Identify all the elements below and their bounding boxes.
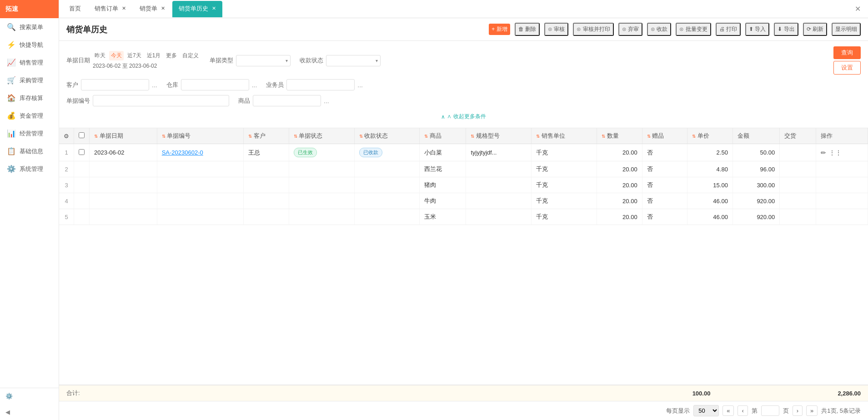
- sidebar-item-inventory-calc[interactable]: 🏠 库存核算: [0, 89, 59, 107]
- sidebar-item-quick-nav[interactable]: ⚡ 快捷导航: [0, 36, 59, 54]
- sidebar-bottom-settings[interactable]: ⚙️: [0, 388, 59, 404]
- col-collect-status[interactable]: ⇅ 收款状态: [354, 128, 420, 144]
- transaction-cell: [780, 193, 816, 209]
- warehouse-dots[interactable]: ...: [252, 81, 257, 89]
- sort-icon-qty: ⇅: [602, 134, 605, 139]
- tab-history-close[interactable]: ✕: [212, 5, 216, 11]
- query-button[interactable]: 查询: [833, 46, 861, 59]
- col-doc-status[interactable]: ⇅ 单据状态: [289, 128, 354, 144]
- col-goods[interactable]: ⇅ 商品: [420, 128, 466, 144]
- prev-page-btn[interactable]: ‹: [738, 405, 748, 416]
- per-page-select[interactable]: 50 100: [693, 405, 719, 416]
- customer-dots[interactable]: ...: [152, 81, 157, 89]
- sidebar-item-system-mgmt[interactable]: ⚙️ 系统管理: [0, 160, 59, 178]
- tab-sales-delivery-history[interactable]: 销货单历史 ✕: [172, 1, 222, 17]
- collect-status-select[interactable]: [326, 55, 381, 66]
- collect-status-cell: [354, 209, 420, 225]
- batch-change-button[interactable]: ⊙ 批量变更: [676, 23, 711, 36]
- amount-cell: 920.00: [733, 209, 779, 225]
- doc-num-link[interactable]: SA-20230602-0: [162, 149, 203, 156]
- qty-cell: 20.00: [597, 161, 642, 177]
- date-today[interactable]: 今天: [109, 51, 124, 60]
- next-page-btn[interactable]: ›: [793, 405, 803, 416]
- last-page-btn[interactable]: »: [806, 405, 818, 416]
- per-page-label: 每页显示: [666, 407, 690, 415]
- sidebar-item-basic-info[interactable]: 📋 基础信息: [0, 142, 59, 160]
- col-qty[interactable]: ⇅ 数量: [597, 128, 642, 144]
- import-button[interactable]: ⬆ 导入: [745, 23, 769, 36]
- transaction-cell: [780, 144, 816, 161]
- doc-type-select[interactable]: [236, 55, 291, 66]
- set-button[interactable]: 设置: [833, 61, 861, 75]
- date-1month[interactable]: 近1月: [145, 51, 163, 60]
- audit-print-button[interactable]: ⊙ 审核并打印: [573, 23, 613, 36]
- tab-sales-order[interactable]: 销售订单 ✕: [88, 1, 132, 17]
- goods-input[interactable]: [253, 95, 321, 106]
- date-yesterday[interactable]: 昨天: [93, 51, 107, 60]
- sidebar-item-purchase-mgmt[interactable]: 🛒 采购管理: [0, 71, 59, 89]
- print-button[interactable]: 🖨 打印: [716, 23, 741, 36]
- row-checkbox-cell: [74, 177, 90, 193]
- filter-collapse-btn[interactable]: ∧ ∧ 收起更多条件: [66, 111, 861, 122]
- customer-cell: 王总: [244, 144, 289, 161]
- sales-unit-cell: 千克: [532, 161, 597, 177]
- staff-dots[interactable]: ...: [357, 81, 363, 89]
- filter-doc-num-item: 单据编号: [66, 95, 229, 106]
- date-custom[interactable]: 自定义: [181, 51, 201, 60]
- table-row: 1 2023-06-02 SA-20230602-0 王总 已生效 已收款 小白…: [59, 144, 868, 161]
- new-button[interactable]: + 新增: [489, 24, 510, 35]
- edit-icon[interactable]: ✏: [821, 149, 826, 156]
- delete-button[interactable]: 🗑 删除: [515, 23, 540, 36]
- collect-status-cell: [354, 161, 420, 177]
- more-icon[interactable]: ⋮⋮: [829, 149, 842, 156]
- select-all-checkbox[interactable]: [79, 132, 85, 138]
- action-cell: [816, 177, 868, 193]
- window-close-btn[interactable]: ✕: [851, 3, 864, 15]
- tab-sales-order-close[interactable]: ✕: [122, 5, 126, 11]
- goods-dots[interactable]: ...: [324, 97, 329, 105]
- show-detail-button[interactable]: 显示明细: [832, 23, 861, 36]
- amount-cell: 920.00: [733, 193, 779, 209]
- sidebar-bottom: ⚙️ ◀: [0, 388, 59, 420]
- page-input[interactable]: 1: [761, 405, 779, 416]
- col-unit-price[interactable]: ⇅ 单价: [687, 128, 733, 144]
- audit-button[interactable]: ⊙ 审核: [544, 23, 568, 36]
- customer-label: 客户: [66, 81, 78, 89]
- customer-cell: [244, 209, 289, 225]
- sidebar-item-search-menu[interactable]: 🔍 搜索菜单: [0, 18, 59, 36]
- customer-input[interactable]: [81, 79, 149, 90]
- collect-button[interactable]: ⊙ 收款: [647, 23, 671, 36]
- collapse-icon: ∧: [441, 114, 445, 120]
- warehouse-input[interactable]: [181, 79, 249, 90]
- gift-cell: 否: [642, 209, 687, 225]
- col-spec-type[interactable]: ⇅ 规格型号: [466, 128, 532, 144]
- col-settings[interactable]: ⚙: [59, 128, 74, 144]
- date-7days[interactable]: 近7天: [125, 51, 143, 60]
- tab-sales-delivery-close[interactable]: ✕: [161, 5, 165, 11]
- col-sales-unit[interactable]: ⇅ 销售单位: [532, 128, 597, 144]
- customer-cell: [244, 193, 289, 209]
- filter-date-item: 单据日期 昨天 今天 近7天 近1月 更多 自定义 2023-06-02 至 2…: [66, 51, 201, 70]
- first-page-btn[interactable]: «: [722, 405, 734, 416]
- row-checkbox[interactable]: [79, 149, 85, 155]
- abandon-button[interactable]: ⊙ 弃审: [618, 23, 642, 36]
- doc-num-input[interactable]: [93, 95, 229, 106]
- sidebar-item-ops-mgmt[interactable]: 📊 经营管理: [0, 125, 59, 142]
- chart-icon: 📈: [7, 58, 16, 67]
- tab-sales-delivery[interactable]: 销货单 ✕: [133, 1, 171, 17]
- sidebar-collapse-btn[interactable]: ◀: [0, 404, 59, 420]
- staff-input[interactable]: [286, 79, 355, 90]
- col-customer[interactable]: ⇅ 客户: [244, 128, 289, 144]
- col-doc-num[interactable]: ⇅ 单据编号: [157, 128, 243, 144]
- action-cell: ✏ ⋮⋮: [816, 144, 868, 161]
- date-more[interactable]: 更多: [164, 51, 179, 60]
- tab-home[interactable]: 首页: [63, 1, 87, 17]
- sidebar-item-sales-mgmt[interactable]: 📈 销售管理: [0, 54, 59, 71]
- refresh-button[interactable]: ⟳ 刷新: [803, 23, 827, 36]
- page-title: 销货单历史: [66, 24, 107, 35]
- sidebar-item-finance-mgmt[interactable]: 💰 资金管理: [0, 107, 59, 125]
- export-button[interactable]: ⬇ 导出: [774, 23, 798, 36]
- col-doc-date[interactable]: ⇅ 单据日期: [90, 128, 157, 144]
- col-gift[interactable]: ⇅ 赠品: [642, 128, 687, 144]
- doc-date-cell: [90, 177, 157, 193]
